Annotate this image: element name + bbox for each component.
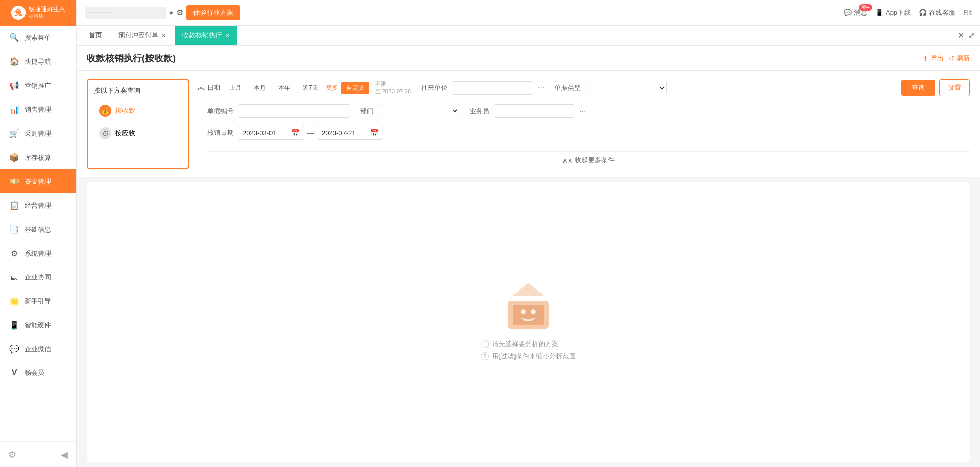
doc-no-field: 单据编号	[207, 104, 350, 118]
tab-collection-close[interactable]: ✕	[225, 32, 230, 39]
tabbar: 首页 预付冲应付单 ✕ 收款核销执行 ✕ ✕ ⤢	[77, 26, 980, 46]
tabbar-right: ✕ ⤢	[958, 31, 975, 40]
sidebar-collapse-icon[interactable]: ◀	[61, 449, 68, 460]
empty-svg	[498, 280, 559, 331]
sidebar-item-vip[interactable]: V 畅会员	[0, 361, 76, 384]
doc-type-select[interactable]	[585, 81, 667, 95]
sidebar-item-guide[interactable]: 🌟 新手引导	[0, 289, 76, 313]
tab-collection[interactable]: 收款核销执行 ✕	[175, 26, 237, 45]
home-icon: 🏠	[9, 57, 19, 66]
query-button[interactable]: 查询	[901, 80, 935, 96]
sidebar-item-basic-info[interactable]: 📑 基础信息	[0, 217, 76, 241]
filter-panel-title: 按以下方案查询	[94, 86, 182, 95]
collapse-icon: ∧∧	[562, 157, 573, 164]
filter-left-panel: 按以下方案查询 💰 按收款 ⏱ 按应收	[87, 79, 189, 169]
sidebar-item-inventory[interactable]: 📦 库存核算	[0, 145, 76, 169]
filter-right-form: 日期 上月 本月 本年 近7天 更多 自定义 不限 至 2023-07-26	[207, 79, 970, 169]
staff-field: 业务员 ···	[470, 104, 586, 118]
tab-expand-icon[interactable]: ⤢	[968, 31, 975, 40]
staff-input[interactable]	[494, 104, 575, 118]
user-info[interactable]: Rit	[964, 9, 972, 16]
partner-field: 往来单位 ···	[421, 81, 544, 95]
topbar-search-box: ⋯ ⋯ ⋯	[85, 7, 166, 19]
date-more[interactable]: 更多	[326, 84, 338, 92]
topbar-dropdown-icon[interactable]: ▾	[169, 9, 173, 17]
date-nolimit: 不限	[375, 80, 411, 88]
filter-option-by-receivable[interactable]: ⏱ 按应收	[94, 123, 182, 143]
svg-point-3	[531, 309, 536, 314]
refresh-button[interactable]: ↺ 刷新	[949, 54, 970, 63]
empty-illustration	[498, 280, 559, 331]
sidebar-item-system[interactable]: ⚙ 系统管理	[0, 241, 76, 265]
industry-solution-button[interactable]: 休验行业方案	[186, 5, 240, 20]
dept-select[interactable]	[378, 104, 459, 118]
receivable-icon: ⏱	[99, 127, 111, 139]
marketing-icon: 📢	[9, 81, 19, 90]
search-icon: 🔍	[9, 33, 19, 42]
calendar-start-icon: 📅	[291, 129, 300, 137]
collapse-more-button[interactable]: ∧∧ 收起更多条件	[207, 151, 970, 169]
receipt-icon: 💰	[99, 105, 111, 117]
sidebar-item-finance[interactable]: 💴 资金管理	[0, 169, 76, 193]
wechat-icon: 💬	[9, 344, 19, 354]
tab-prepay-close[interactable]: ✕	[161, 32, 166, 39]
tab-prepay[interactable]: 预付冲应付单 ✕	[111, 26, 173, 45]
smart-hw-icon: 📱	[9, 320, 19, 330]
filter-area: 按以下方案查询 💰 按收款 ⏱ 按应收 《 日期	[77, 71, 980, 177]
writeoff-date-range: 2023-03-01 📅 — 2023-07-21 📅	[238, 126, 383, 140]
filter-option-by-receipt[interactable]: 💰 按收款	[94, 101, 182, 121]
topbar-search-area: ⋯ ⋯ ⋯ ▾ ⚙ 休验行业方案	[85, 5, 839, 20]
date-this-month[interactable]: 本月	[249, 82, 271, 94]
date-custom[interactable]: 自定义	[341, 82, 369, 94]
vip-icon: V	[9, 368, 19, 377]
dept-field: 部门	[360, 104, 459, 118]
date-separator: —	[307, 129, 314, 137]
writeoff-date-start[interactable]: 2023-03-01 📅	[238, 126, 304, 140]
sidebar-item-smart-hw[interactable]: 📱 智能硬件	[0, 313, 76, 337]
finance-icon: 💴	[9, 177, 19, 186]
date-this-year[interactable]: 本年	[274, 82, 295, 94]
tab-close-all-icon[interactable]: ✕	[958, 31, 964, 40]
message-button[interactable]: 💬 消息 99+	[844, 8, 867, 17]
doc-no-input[interactable]	[238, 104, 350, 118]
export-button[interactable]: ⬆ 导出	[923, 54, 944, 63]
online-service-button[interactable]: 🎧 在线客服	[919, 8, 955, 17]
sidebar-menu: 🔍 搜索菜单 🏠 快捷导航 📢 营销推广 📊 销售管理 🛒 采购管理 📦 库存核…	[0, 26, 76, 441]
filter-left-collapse-button[interactable]: 《	[195, 79, 207, 84]
purchase-icon: 🛒	[9, 129, 19, 138]
writeoff-date-field: 核销日期 2023-03-01 📅 — 2023-07-21 📅	[207, 126, 383, 140]
sales-icon: 📊	[9, 105, 19, 114]
sidebar-item-sales[interactable]: 📊 销售管理	[0, 97, 76, 121]
sidebar-item-wechat[interactable]: 💬 企业微信	[0, 337, 76, 361]
settings-button[interactable]: 设置	[939, 79, 970, 96]
sidebar-item-purchase[interactable]: 🛒 采购管理	[0, 121, 76, 145]
svg-point-2	[521, 309, 526, 314]
sidebar-logo: 兔 畅捷通好生意 标准版	[0, 0, 76, 26]
writeoff-date-end[interactable]: 2023-07-21 📅	[317, 126, 383, 140]
date-last-month[interactable]: 上月	[225, 82, 246, 94]
calendar-end-icon: 📅	[370, 129, 379, 137]
tab-home[interactable]: 首页	[82, 26, 109, 45]
sidebar-item-enterprise[interactable]: 🗂 企业协同	[0, 265, 76, 289]
empty-hint-2: 2 用[过滤]条件来缩小分析范围	[481, 352, 575, 361]
page-content: 收款核销执行(按收款) ⬆ 导出 ↺ 刷新 按以下方案查询 💰 按收款	[77, 46, 980, 467]
page-header: 收款核销执行(按收款) ⬆ 导出 ↺ 刷新	[77, 46, 980, 71]
sidebar-item-search[interactable]: 🔍 搜索菜单	[0, 26, 76, 50]
sidebar-item-operation[interactable]: 📋 经营管理	[0, 193, 76, 217]
system-icon: ⚙	[9, 249, 19, 258]
app-download-button[interactable]: 📱 App下载	[875, 8, 911, 17]
filter-row-1: 日期 上月 本月 本年 近7天 更多 自定义 不限 至 2023-07-26	[207, 79, 970, 96]
empty-text: 1 请先选择要分析的方案 2 用[过滤]条件来缩小分析范围	[481, 339, 575, 364]
partner-input[interactable]	[452, 81, 533, 95]
partner-more-icon[interactable]: ···	[537, 83, 544, 92]
quick-dates: 上月 本月 本年 近7天 更多 自定义	[225, 82, 369, 94]
sidebar-item-quick-nav[interactable]: 🏠 快捷导航	[0, 50, 76, 73]
sidebar-item-marketing[interactable]: 📢 营销推广	[0, 73, 76, 97]
staff-more-icon[interactable]: ···	[579, 107, 586, 116]
sidebar-footer: ⚙ ◀	[0, 441, 76, 467]
date-last-7days[interactable]: 近7天	[298, 82, 323, 94]
service-icon: 🎧	[919, 9, 927, 16]
topbar-gear-icon[interactable]: ⚙	[176, 8, 183, 17]
export-icon: ⬆	[923, 55, 928, 62]
sidebar-settings-icon[interactable]: ⚙	[8, 449, 16, 460]
